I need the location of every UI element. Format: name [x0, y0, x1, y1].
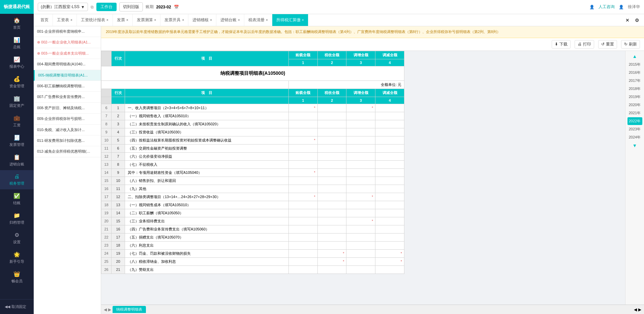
col3-cell[interactable]: [346, 201, 375, 209]
item-cell[interactable]: （一）视同销售收入（填写A105010）: [125, 112, 289, 120]
col2-cell[interactable]: [317, 104, 346, 112]
item-cell[interactable]: 其中：专项用途财政性资金（填写A105040）: [125, 168, 289, 177]
year-btn-2015年[interactable]: 2015年: [627, 61, 642, 68]
item-cell[interactable]: （八）销售折扣、折让和退回: [125, 177, 289, 185]
download-button[interactable]: ⬇ 下载: [552, 40, 571, 49]
col1-cell[interactable]: [288, 233, 317, 241]
col2-cell[interactable]: [317, 193, 346, 201]
item-cell[interactable]: （五）交易性金融资产初始投资调整: [125, 144, 289, 152]
left-panel-item[interactable]: ⊗ 002-一般企业收入明细表(A1...: [34, 37, 101, 48]
col2-cell[interactable]: [317, 168, 346, 177]
col1-cell[interactable]: [288, 112, 317, 120]
service-label[interactable]: 人工咨询: [599, 4, 615, 10]
settings-icon[interactable]: ⚙: [633, 18, 641, 23]
old-version-button[interactable]: 切到旧版: [119, 2, 143, 11]
tab-close[interactable]: ×: [154, 18, 156, 22]
col1-cell[interactable]: [288, 257, 317, 265]
col2-cell[interactable]: [317, 177, 346, 185]
tab-所得税汇算缴[interactable]: 所得税汇算缴×: [272, 14, 308, 26]
sheet-nav-left[interactable]: ◀: [104, 307, 107, 312]
col2-cell[interactable]: [317, 128, 346, 136]
col3-cell[interactable]: [346, 144, 375, 152]
tab-close[interactable]: ×: [126, 18, 128, 22]
col1-cell[interactable]: [288, 201, 317, 209]
col4-cell[interactable]: [375, 160, 404, 168]
tab-close[interactable]: ×: [210, 18, 212, 22]
year-btn-2016年[interactable]: 2016年: [627, 69, 642, 76]
sidebar-item-ledger[interactable]: 📊总账: [0, 33, 34, 53]
col4-cell[interactable]: [375, 225, 404, 233]
item-cell[interactable]: （六）利息支出: [125, 241, 289, 249]
col3-cell[interactable]: [346, 225, 375, 233]
col1-cell[interactable]: [288, 160, 317, 168]
col2-cell[interactable]: [317, 265, 346, 274]
item-cell[interactable]: （四）广告费和业务宣传费支出（填写A105060）: [125, 225, 289, 233]
left-panel-item[interactable]: 010-免税、减计收入及加计...: [34, 125, 101, 135]
tab-税表清册[interactable]: 税表清册×: [244, 14, 272, 26]
year-btn-2017年[interactable]: 2017年: [627, 77, 642, 85]
col4-cell[interactable]: [375, 217, 404, 225]
workbench-button[interactable]: 工作台: [96, 3, 117, 11]
col2-cell[interactable]: [317, 144, 346, 152]
year-down-btn[interactable]: ▼: [631, 142, 639, 150]
table-scroll[interactable]: 行次 项 目 账载全额 税收全额 调增全额 调减全额 1 2 3: [101, 51, 625, 305]
year-btn-2021年[interactable]: 2021年: [627, 109, 642, 117]
item-cell[interactable]: （七）不征税收入: [125, 160, 289, 168]
year-up-btn[interactable]: ▲: [631, 52, 639, 60]
sidebar-item-settings[interactable]: ⚙设置: [0, 228, 34, 248]
close-all-icon[interactable]: ✕: [623, 18, 632, 23]
col4-cell[interactable]: [375, 112, 404, 120]
col2-cell[interactable]: [317, 185, 346, 193]
year-btn-2019年[interactable]: 2019年: [627, 93, 642, 101]
col1-cell[interactable]: [288, 249, 317, 257]
col3-cell[interactable]: [346, 209, 375, 217]
tab-进销稽核[interactable]: 进销稽核×: [188, 14, 216, 26]
sidebar-item-home[interactable]: 🏠首页: [0, 14, 34, 33]
col2-cell[interactable]: [317, 160, 346, 168]
year-btn-2020年[interactable]: 2020年: [627, 101, 642, 109]
scroll-left-icon[interactable]: ◀: [634, 307, 637, 312]
username[interactable]: 徐泽华: [628, 4, 640, 10]
tab-close[interactable]: ×: [70, 18, 72, 22]
col1-cell[interactable]: [288, 144, 317, 152]
sidebar-item-inout[interactable]: 📋进销台账: [0, 151, 34, 170]
left-panel-item[interactable]: 012-减免企业所得税优惠明细(…: [34, 146, 101, 157]
col4-cell[interactable]: [375, 185, 404, 193]
col3-cell[interactable]: [346, 160, 375, 168]
col2-cell[interactable]: *: [317, 249, 346, 257]
col4-cell[interactable]: [375, 233, 404, 241]
tab-close[interactable]: ×: [182, 18, 184, 22]
col3-cell[interactable]: [346, 265, 375, 274]
col2-cell[interactable]: [317, 233, 346, 241]
tab-工资表[interactable]: 工资表×: [53, 14, 77, 26]
item-cell[interactable]: （九）其他: [125, 185, 289, 193]
col4-cell[interactable]: [375, 177, 404, 185]
col4-cell[interactable]: [375, 201, 404, 209]
sidebar-item-tax[interactable]: 🖨税务管理: [0, 170, 34, 189]
col3-cell[interactable]: [346, 241, 375, 249]
sidebar-item-guide[interactable]: 🌟新手引导: [0, 248, 34, 268]
left-panel-item[interactable]: 009-企业所得税弥补亏损明...: [34, 114, 101, 124]
item-cell[interactable]: （四）按权益法核算长期股权投资对初始投资成本调整确认收益: [125, 136, 289, 144]
refresh-button[interactable]: ↻ 刷新: [621, 40, 640, 49]
col2-cell[interactable]: [317, 136, 346, 144]
col1-cell[interactable]: [288, 185, 317, 193]
col3-cell[interactable]: [346, 152, 375, 160]
item-cell[interactable]: （二）职工薪酬（填写A105050）: [125, 209, 289, 217]
tab-发票开具[interactable]: 发票开具×: [160, 14, 188, 26]
sidebar-item-vip[interactable]: 👑畅会员: [0, 268, 34, 287]
sidebar-item-salary[interactable]: 💼工资: [0, 112, 34, 131]
col2-cell[interactable]: [317, 201, 346, 209]
col2-cell[interactable]: *: [317, 257, 346, 265]
col4-cell[interactable]: *: [375, 257, 404, 265]
item-cell[interactable]: （六）公允价值变动净损益: [125, 152, 289, 160]
col1-cell[interactable]: [288, 225, 317, 233]
left-panel-item[interactable]: ⊗ 003-一般企业成本支出明细...: [34, 48, 101, 59]
item-cell[interactable]: （八）税收滞纳金、加收利息: [125, 257, 289, 265]
col4-cell[interactable]: [375, 136, 404, 144]
item-cell[interactable]: （五）捐赠支出（填写A105070）: [125, 233, 289, 241]
col1-cell[interactable]: [288, 152, 317, 160]
year-btn-2024年[interactable]: 2024年: [627, 133, 642, 141]
item-cell[interactable]: 二、扣除类调整项目（13+14+…24+26+27+28+29+30）: [125, 193, 289, 201]
item-cell[interactable]: （二）未按权责发生制原则确认的收入（填写A105020）: [125, 120, 289, 128]
